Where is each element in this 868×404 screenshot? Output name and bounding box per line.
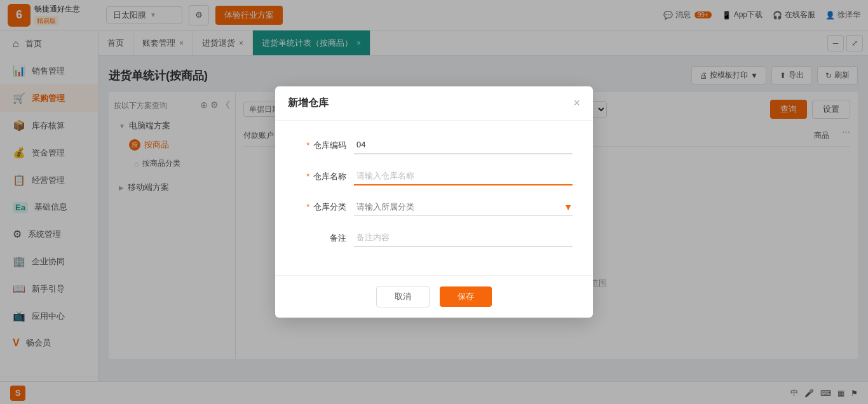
dialog-title: 新增仓库 [288, 97, 329, 110]
warehouse-remark-label: 备注 [295, 232, 346, 244]
warehouse-remark-input[interactable] [354, 229, 573, 247]
warehouse-category-label: * 仓库分类 [295, 201, 346, 213]
dialog-header: 新增仓库 × [275, 86, 593, 121]
cancel-button[interactable]: 取消 [376, 286, 430, 307]
warehouse-category-wrap: ▼ [354, 198, 573, 216]
warehouse-category-row: * 仓库分类 ▼ [295, 198, 573, 216]
save-button[interactable]: 保存 [440, 286, 492, 307]
warehouse-name-input[interactable] [354, 167, 573, 185]
warehouse-name-row: * 仓库名称 [295, 167, 573, 185]
warehouse-category-input[interactable] [354, 198, 564, 215]
warehouse-name-label: * 仓库名称 [295, 171, 346, 182]
dialog-footer: 取消 保存 [275, 275, 593, 318]
warehouse-code-input[interactable] [354, 136, 573, 154]
dialog-close-button[interactable]: × [573, 97, 580, 110]
category-dropdown-arrow[interactable]: ▼ [564, 202, 573, 212]
warehouse-code-row: * 仓库编码 [295, 136, 573, 154]
modal-overlay[interactable]: 新增仓库 × * 仓库编码 * 仓库名称 [0, 0, 868, 404]
new-warehouse-dialog: 新增仓库 × * 仓库编码 * 仓库名称 [275, 86, 593, 318]
dialog-body: * 仓库编码 * 仓库名称 * 仓库分类 [275, 121, 593, 275]
warehouse-remark-row: 备注 [295, 229, 573, 247]
warehouse-code-label: * 仓库编码 [295, 140, 346, 151]
